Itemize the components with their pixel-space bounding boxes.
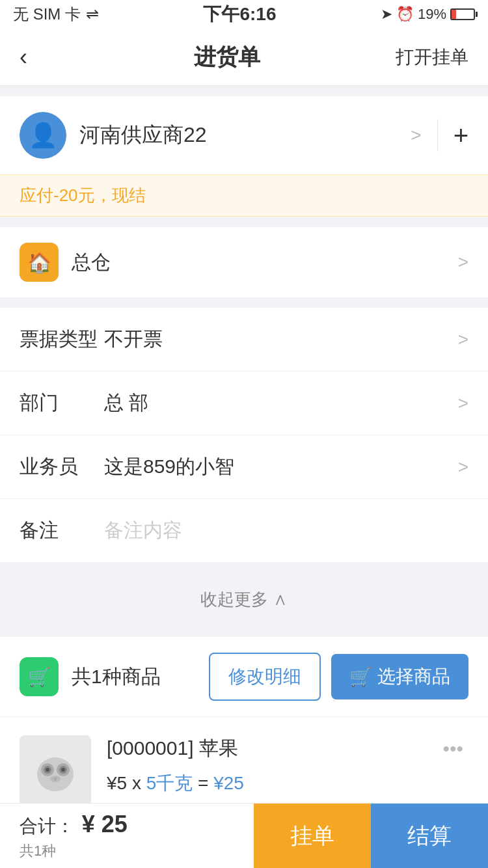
bottom-bar: 合计： ¥ 25 共1种 挂单 结算 <box>0 803 488 868</box>
product-price-row: ¥5 x 5千克 = ¥25 <box>107 771 437 796</box>
supplier-chevron-icon: > <box>411 125 421 146</box>
avatar-icon: 👤 <box>29 122 58 149</box>
unit-price: ¥5 <box>107 773 127 793</box>
warehouse-icon: 🏠 <box>27 251 51 274</box>
dept-chevron-icon: > <box>458 393 468 414</box>
battery-pct: 19% <box>418 6 446 23</box>
staff-value: 这是859的小智 <box>104 454 458 480</box>
wifi-icon: ⇌ <box>86 5 99 23</box>
staff-label: 业务员 <box>20 454 104 480</box>
products-card: 🛒 共1种商品 修改明细 🛒 选择商品 <box>0 637 488 826</box>
remark-label: 备注 <box>20 517 104 544</box>
total-amount: ¥ 25 <box>82 811 128 837</box>
product-total: ¥25 <box>213 773 244 793</box>
invoice-chevron-icon: > <box>458 329 468 350</box>
total-label: 合计： <box>20 816 74 836</box>
total-section: 合计： ¥ 25 共1种 <box>0 811 254 861</box>
staff-chevron-icon: > <box>458 457 468 478</box>
main-content: 👤 河南供应商22 > + 应付-20元，现结 🏠 总仓 > 票据类型 不开票 … <box>0 86 488 868</box>
invoice-row[interactable]: 票据类型 不开票 > <box>0 308 488 372</box>
products-header: 🛒 共1种商品 修改明细 🛒 选择商品 <box>0 637 488 717</box>
supplier-alert: 应付-20元，现结 <box>0 174 488 217</box>
product-thumbnail <box>20 735 91 807</box>
warehouse-name: 总仓 <box>72 249 458 276</box>
supplier-name: 河南供应商22 <box>79 121 411 150</box>
remark-input[interactable]: 备注内容 <box>104 517 468 544</box>
select-product-button[interactable]: 🛒 选择商品 <box>331 654 468 699</box>
invoice-value: 不开票 <box>104 326 458 353</box>
status-right: ➤ ⏰ 19% <box>381 6 475 23</box>
collapse-button[interactable]: 收起更多 ∧ <box>0 573 488 627</box>
remark-row[interactable]: 备注 备注内容 <box>0 499 488 562</box>
status-bar: 无 SIM 卡 ⇌ 下午6:16 ➤ ⏰ 19% <box>0 0 488 29</box>
hold-button[interactable]: 挂单 <box>254 804 371 868</box>
nav-bar: ‹ 进货单 打开挂单 <box>0 29 488 86</box>
equals-sign: = <box>198 773 213 793</box>
cart-icon: 🛒 <box>28 666 51 688</box>
supplier-avatar: 👤 <box>20 112 66 159</box>
status-time: 下午6:16 <box>203 2 276 27</box>
form-card: 票据类型 不开票 > 部门 总 部 > 业务员 这是859的小智 > 备注 备注… <box>0 308 488 562</box>
spacer <box>0 86 488 96</box>
supplier-row[interactable]: 👤 河南供应商22 > + <box>0 96 488 174</box>
open-hold-button[interactable]: 打开挂单 <box>396 45 468 70</box>
warehouse-card: 🏠 总仓 > <box>0 227 488 297</box>
products-count: 共1种商品 <box>72 664 209 690</box>
alarm-icon: ⏰ <box>396 6 414 23</box>
products-icon-bg: 🛒 <box>20 657 59 696</box>
staff-row[interactable]: 业务员 这是859的小智 > <box>0 435 488 499</box>
back-button[interactable]: ‹ <box>20 44 59 71</box>
product-info: [0000001] 苹果 ¥5 x 5千克 = ¥25 <box>107 735 437 796</box>
dept-row[interactable]: 部门 总 部 > <box>0 372 488 435</box>
product-qty: 5千克 <box>146 773 193 793</box>
warehouse-chevron-icon: > <box>458 252 468 273</box>
status-left: 无 SIM 卡 ⇌ <box>13 4 99 25</box>
svg-point-5 <box>46 768 49 772</box>
warehouse-row[interactable]: 🏠 总仓 > <box>0 227 488 297</box>
battery-fill <box>452 10 456 19</box>
svg-point-0 <box>37 757 74 791</box>
location-icon: ➤ <box>381 6 392 23</box>
product-name: [0000001] 苹果 <box>107 735 437 762</box>
invoice-label: 票据类型 <box>20 326 104 353</box>
product-title: 苹果 <box>199 737 238 759</box>
select-product-icon: 🛒 <box>349 666 372 688</box>
supplier-card: 👤 河南供应商22 > + 应付-20元，现结 <box>0 96 488 217</box>
total-count: 共1种 <box>20 841 234 861</box>
owl-logo-icon <box>29 745 81 797</box>
battery-icon <box>450 8 475 20</box>
dept-value: 总 部 <box>104 390 458 416</box>
product-more-button[interactable]: ••• <box>437 735 468 763</box>
svg-point-6 <box>61 768 65 772</box>
carrier-text: 无 SIM 卡 <box>13 4 81 25</box>
warehouse-icon-bg: 🏠 <box>20 243 59 282</box>
page-title: 进货单 <box>59 42 396 72</box>
checkout-button[interactable]: 结算 <box>371 804 488 868</box>
vertical-divider <box>437 119 438 152</box>
dept-label: 部门 <box>20 390 104 416</box>
select-product-label: 选择商品 <box>377 664 450 689</box>
edit-detail-button[interactable]: 修改明细 <box>209 653 321 701</box>
multiply-sign: x <box>132 773 146 793</box>
product-code: [0000001] <box>107 737 193 759</box>
add-supplier-button[interactable]: + <box>454 121 468 150</box>
